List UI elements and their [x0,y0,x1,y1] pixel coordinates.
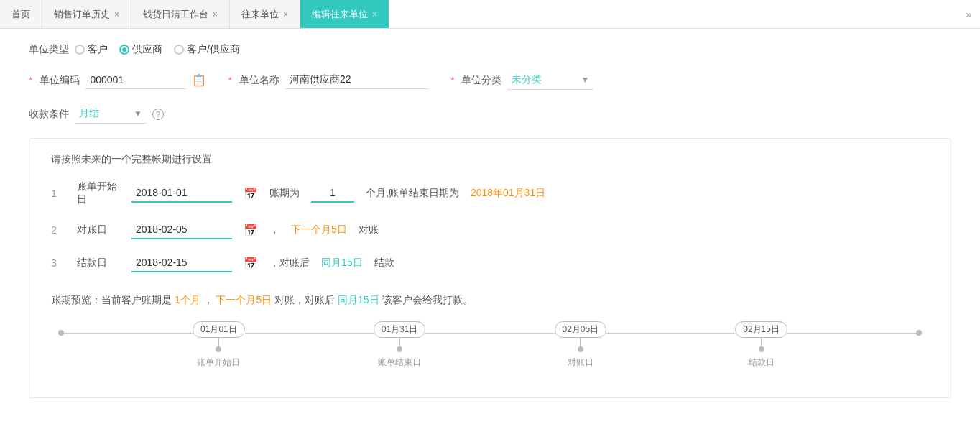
period-field-label-3: 结款日 [77,257,120,270]
period-row-2: 2 对账日 📅 ， 下一个月5日 对账 [51,221,929,239]
code-field: * 单位编码 📋 [29,71,206,89]
tab-sales-history-label: 销售订单历史 [54,8,110,21]
period-box: 请按照未来的一个完整帐期进行设置 1 账单开始日 📅 账期为 个月,账单结束日期… [29,138,951,398]
timeline-node-1: 01月01日 账单开始日 [193,321,245,369]
unit-type-field: 单位类型 客户 供应商 客户/供应商 [29,43,240,56]
payment-field: 收款条件 月结 ▼ ? [29,104,164,124]
timeline-seg-5 [787,333,916,334]
category-dropdown-value: 未分类 [512,73,578,86]
payment-dropdown[interactable]: 月结 ▼ [75,104,147,124]
timeline-badge-1: 01月01日 [193,321,245,338]
timeline-node-3-dot [578,346,583,352]
preview-end: 该客户会给我打款。 [382,294,473,305]
unit-type-row: 单位类型 客户 供应商 客户/供应商 [29,43,951,56]
tab-bar: 首页 销售订单历史 × 钱货日清工作台 × 往来单位 × 编辑往来单位 × » [0,0,980,29]
radio-group: 客户 供应商 客户/供应商 [75,43,240,56]
radio-supplier-label: 供应商 [132,43,162,56]
radio-both-circle [174,45,184,55]
timeline-badge-4: 02月15日 [735,321,787,338]
tab-home-label: 首页 [11,8,30,21]
period-field-label-1: 账单开始日 [77,180,120,206]
payment-suffix-post: 结款 [374,257,394,270]
chevron-down-icon: ▼ [581,75,589,85]
radio-supplier-circle [119,45,129,55]
calendar-icon-1[interactable]: 📅 [244,187,258,201]
preview-mid2: 对账，对账后 [274,294,338,305]
reconcile-date-input[interactable] [131,221,232,239]
period-field-label-2: 对账日 [77,224,120,236]
radio-customer[interactable]: 客户 [75,43,108,56]
timeline-node-4-line [761,338,762,346]
timeline-badge-2: 01月31日 [374,321,426,338]
timeline-node-2: 01月31日 账单结束日 [374,321,426,369]
preview-next-month: 下一个月5日 [216,294,272,305]
timeline-node-4: 02月15日 结款日 [735,321,787,369]
code-name-category-row: * 单位编码 📋 * 单位名称 * 单位分类 未分类 ▼ [29,70,951,90]
period-title: 请按照未来的一个完整帐期进行设置 [51,153,929,166]
calendar-icon-2[interactable]: 📅 [244,224,258,237]
close-icon[interactable]: × [114,9,119,19]
period-row-3: 3 结款日 📅 ，对账后 同月15日 结款 [51,254,929,272]
reconcile-suffix-post: 对账 [359,224,379,236]
calendar-icon-3[interactable]: 📅 [244,257,258,270]
name-field: * 单位名称 [228,71,428,89]
period-num-1: 1 [51,188,65,199]
preview-months: 1个月 [175,294,200,305]
tab-sales-history[interactable]: 销售订单历史 × [42,0,131,28]
payment-dropdown-value: 月结 [79,107,131,120]
timeline-node-2-line [399,338,400,346]
payment-date-input[interactable] [131,254,232,272]
timeline-node-3: 02月05日 对账日 [555,321,607,369]
timeline-right-dot [916,330,922,336]
payment-label: 收款条件 [29,108,69,121]
preview-label: 账期预览：当前客户账期是 [51,294,172,305]
category-field: * 单位分类 未分类 ▼ [450,70,593,90]
close-icon[interactable]: × [372,9,377,19]
category-dropdown[interactable]: 未分类 ▼ [507,70,593,90]
period-label-prefix: 账期为 [269,187,300,200]
timeline-badge-3: 02月05日 [555,321,607,338]
tab-cash-work[interactable]: 钱货日清工作台 × [131,0,230,28]
tab-partner-label: 往来单位 [241,8,279,21]
radio-both-label: 客户/供应商 [187,43,240,56]
tab-edit-partner[interactable]: 编辑往来单位 × [300,0,389,28]
close-icon[interactable]: × [213,9,218,19]
preview-line: 账期预览：当前客户账期是 1个月 ， 下一个月5日 对账，对账后 同月15日 该… [51,294,929,307]
radio-supplier[interactable]: 供应商 [119,43,162,56]
timeline-node-1-dot [216,346,221,352]
timeline-label-4: 结款日 [749,356,775,369]
chevron-down-icon: ▼ [134,109,142,119]
period-row-1: 1 账单开始日 📅 账期为 个月,账单结束日期为 2018年01月31日 [51,180,929,206]
name-required-star: * [228,75,231,86]
reconcile-suffix-pre: ， [269,224,279,236]
tab-home[interactable]: 首页 [0,0,42,28]
copy-icon[interactable]: 📋 [192,73,206,87]
timeline-seg-4 [606,333,735,334]
radio-both[interactable]: 客户/供应商 [174,43,240,56]
help-icon[interactable]: ? [152,109,164,120]
radio-customer-label: 客户 [88,43,108,56]
reconcile-next-month: 下一个月5日 [291,224,347,236]
name-input[interactable] [285,71,429,89]
payment-suffix-pre: ，对账后 [269,257,310,270]
timeline: 01月01日 账单开始日 01月31日 账单结束日 02月05日 [51,321,929,369]
timeline-node-2-dot [397,346,402,352]
period-months-input[interactable] [311,184,354,203]
code-required-star: * [29,75,32,86]
main-content: 单位类型 客户 供应商 客户/供应商 * 单位编码 [0,29,980,437]
expand-icon: » [966,9,971,20]
timeline-label-2: 账单结束日 [378,356,421,369]
period-num-2: 2 [51,224,65,236]
tab-expand-button[interactable]: » [957,0,980,28]
close-icon[interactable]: × [283,9,288,19]
period-months-label: 个月,账单结束日期为 [366,187,459,200]
category-label: 单位分类 [461,74,501,87]
code-input[interactable] [85,71,186,89]
unit-type-label: 单位类型 [29,43,69,56]
timeline-seg-1 [64,333,193,334]
payment-same-month: 同月15日 [321,257,363,270]
tab-partner[interactable]: 往来单位 × [230,0,300,28]
start-date-input[interactable] [131,184,232,203]
period-num-3: 3 [51,257,65,269]
payment-row: 收款条件 月结 ▼ ? [29,104,951,124]
